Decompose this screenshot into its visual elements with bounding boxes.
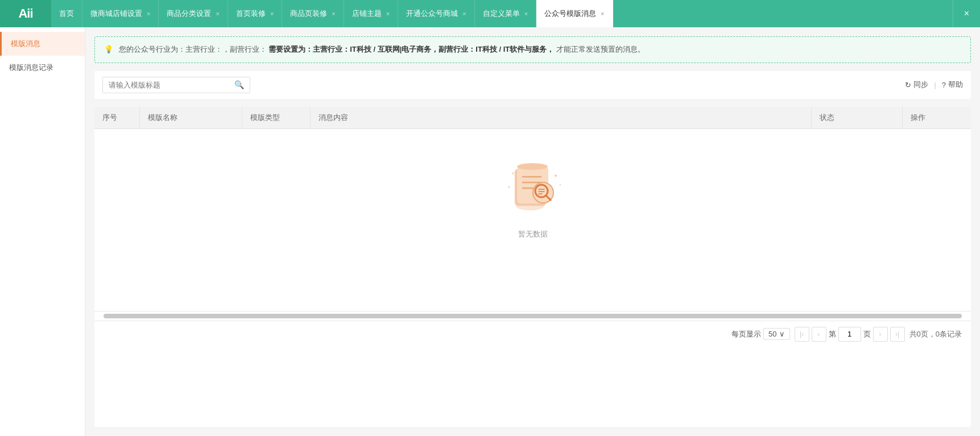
empty-illustration	[499, 152, 567, 220]
col-header-type: 模版类型	[242, 107, 311, 128]
tab-close-icon[interactable]: ×	[524, 10, 528, 17]
global-close-button[interactable]: ×	[953, 0, 980, 27]
help-icon: ?	[942, 81, 946, 89]
first-page-icon: |‹	[800, 330, 804, 338]
bulb-icon: 💡	[104, 45, 113, 53]
refresh-icon: ↻	[905, 81, 911, 89]
tab-close-icon[interactable]: ×	[332, 10, 335, 17]
last-page-icon: ›|	[895, 330, 899, 338]
prev-page-button[interactable]: ‹	[812, 327, 826, 342]
notice-highlight: 需要设置为：主营行业：IT科技 / 互联网|电子商务，副营行业：IT科技 / I…	[268, 45, 554, 53]
tab-close-icon[interactable]: ×	[386, 10, 390, 17]
prev-page-icon: ‹	[818, 330, 820, 338]
svg-point-13	[512, 172, 514, 175]
nav-tab[interactable]: 商品分类设置×	[159, 0, 228, 27]
search-actions: ↻ 同步 | ? 帮助	[905, 80, 963, 90]
col-header-action: 操作	[903, 107, 971, 128]
help-button[interactable]: ? 帮助	[942, 80, 963, 90]
next-page-icon: ›	[879, 330, 882, 338]
table-body: 暂无数据	[94, 129, 971, 311]
nav-tab[interactable]: 自定义菜单×	[475, 0, 536, 27]
search-input[interactable]	[103, 77, 229, 93]
page-input-wrap: 第 页	[829, 327, 871, 342]
first-page-button[interactable]: |‹	[795, 327, 809, 342]
top-nav: Aii 首页微商城店铺设置×商品分类设置×首页装修×商品页装修×店铺主题×开通公…	[0, 0, 980, 27]
table-header: 序号 模版名称 模版类型 消息内容 状态 操作	[94, 107, 971, 129]
svg-point-3	[517, 163, 548, 170]
nav-tab[interactable]: 首页装修×	[228, 0, 282, 27]
pagination: 每页显示 50 ∨ |‹ ‹ 第 页	[94, 321, 971, 347]
tab-close-icon[interactable]: ×	[147, 10, 150, 17]
nav-tab[interactable]: 店铺主题×	[344, 0, 398, 27]
tab-close-icon[interactable]: ×	[270, 10, 274, 17]
nav-tabs: 首页微商城店铺设置×商品分类设置×首页装修×商品页装修×店铺主题×开通公众号商城…	[51, 0, 953, 27]
nav-tab[interactable]: 首页	[51, 0, 82, 27]
goto-prefix: 第	[829, 329, 836, 339]
tab-close-icon[interactable]: ×	[462, 10, 466, 17]
col-header-name: 模版名称	[140, 107, 242, 128]
col-header-status: 状态	[812, 107, 903, 128]
chevron-down-icon: ∨	[779, 330, 785, 338]
search-input-wrap: 🔍	[102, 77, 250, 93]
svg-point-16	[559, 184, 561, 185]
nav-tab[interactable]: 公众号模版消息×	[536, 0, 613, 27]
data-table: 序号 模版名称 模版类型 消息内容 状态 操作	[94, 107, 971, 427]
scrollbar-track	[94, 311, 971, 321]
content-area: 💡 您的公众号行业为：主营行业：，副营行业： 需要设置为：主营行业：IT科技 /…	[85, 27, 980, 436]
page-nav: |‹ ‹ 第 页 › ›|	[795, 327, 905, 342]
nav-tab[interactable]: 商品页装修×	[282, 0, 344, 27]
logo: Aii	[0, 0, 51, 27]
sidebar: 模版消息模版消息记录	[0, 27, 85, 436]
last-page-button[interactable]: ›|	[890, 327, 905, 342]
page-number-input[interactable]	[838, 327, 861, 342]
nav-tab[interactable]: 微商城店铺设置×	[82, 0, 159, 27]
col-header-index: 序号	[94, 107, 140, 128]
col-header-content: 消息内容	[311, 107, 812, 128]
svg-point-14	[555, 175, 557, 177]
tab-close-icon[interactable]: ×	[601, 10, 604, 17]
notice-banner: 💡 您的公众号行业为：主营行业：，副营行业： 需要设置为：主营行业：IT科技 /…	[94, 36, 971, 63]
search-icon[interactable]: 🔍	[229, 80, 250, 89]
sidebar-item[interactable]: 模版消息	[0, 32, 85, 56]
page-size-dropdown[interactable]: 50 ∨	[763, 328, 789, 340]
page-size-value: 50	[768, 330, 776, 338]
svg-point-15	[508, 186, 510, 188]
scrollbar-bar[interactable]	[104, 314, 962, 318]
divider: |	[934, 81, 936, 89]
page-total: 共0页，0条记录	[909, 329, 962, 339]
notice-suffix: 才能正常发送预置的消息。	[556, 45, 645, 53]
empty-text: 暂无数据	[518, 229, 548, 239]
main-layout: 模版消息模版消息记录 💡 您的公众号行业为：主营行业：，副营行业： 需要设置为：…	[0, 27, 980, 436]
sync-button[interactable]: ↻ 同步	[905, 80, 928, 90]
search-row: 🔍 ↻ 同步 | ? 帮助	[94, 71, 971, 99]
notice-prefix: 您的公众号行业为：主营行业：，副营行业：	[119, 45, 267, 53]
next-page-button[interactable]: ›	[873, 327, 888, 342]
sidebar-item[interactable]: 模版消息记录	[0, 56, 85, 80]
page-unit: 页	[863, 329, 871, 339]
tab-close-icon[interactable]: ×	[216, 10, 219, 17]
page-size-select: 每页显示 50 ∨	[731, 328, 789, 340]
nav-tab[interactable]: 开通公众号商城×	[398, 0, 474, 27]
page-size-label: 每页显示	[731, 329, 761, 339]
